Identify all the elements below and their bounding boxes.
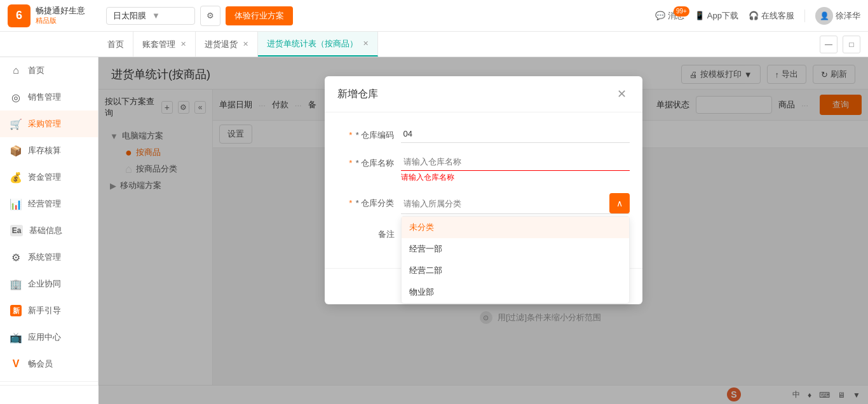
dropdown-item-1[interactable]: 经营一部 — [402, 238, 629, 260]
code-required-star: * — [349, 130, 352, 140]
category-toggle-btn[interactable]: ∧ — [609, 193, 630, 213]
sidebar: ⌂ 首页 ◎ 销售管理 🛒 采购管理 📦 库存核算 💰 资金管理 📊 经营管理 … — [0, 57, 98, 404]
name-error-text: 请输入仓库名称 — [401, 172, 630, 183]
notifications-item[interactable]: 💬 消息 99+ — [655, 10, 684, 22]
logo-icon: 6 — [8, 4, 31, 27]
tab-purchase-stats-label: 进货单统计表（按商品） — [267, 38, 358, 50]
category-input-wrap: ∧ 未分类 经营一部 经营二部 物业部 — [401, 193, 630, 214]
operation-icon: 📊 — [10, 198, 22, 210]
tab-bar-actions: — □ — [820, 36, 868, 53]
dropdown-item-0[interactable]: 未分类 — [402, 217, 629, 238]
logo-area: 6 畅捷通好生意 精品版 — [8, 4, 106, 27]
sidebar-item-sales[interactable]: ◎ 销售管理 — [0, 84, 98, 111]
modal-header: 新增仓库 ✕ — [325, 76, 642, 112]
tab-home[interactable]: 首页 — [98, 32, 133, 57]
apps-icon: 📺 — [10, 332, 22, 343]
header-right: 💬 消息 99+ 📱 App下载 🎧 在线客服 👤 徐泽华 — [655, 7, 860, 25]
settings-icon[interactable]: ⚙ — [200, 6, 220, 26]
sidebar-label-finance: 资金管理 — [28, 172, 61, 183]
user-item[interactable]: 👤 徐泽华 — [815, 7, 860, 25]
code-input[interactable] — [401, 125, 630, 143]
sidebar-item-finance[interactable]: 💰 资金管理 — [0, 164, 98, 191]
finance-icon: 💰 — [10, 172, 22, 183]
code-label: * * 仓库编码 — [337, 125, 395, 141]
form-row-code: * * 仓库编码 — [337, 125, 630, 143]
enterprise-icon: 🏢 — [10, 278, 22, 290]
message-icon: 💬 — [655, 11, 665, 20]
sidebar-item-guide[interactable]: 新 新手引导 — [0, 297, 98, 324]
sidebar-label-home: 首页 — [28, 65, 44, 76]
inventory-icon: 📦 — [10, 145, 22, 156]
logo-text: 畅捷通好生意 — [36, 6, 85, 17]
sidebar-item-apps[interactable]: 📺 应用中心 — [0, 324, 98, 351]
tab-account-label: 账套管理 — [142, 39, 175, 50]
online-service-item[interactable]: 🎧 在线客服 — [749, 10, 794, 22]
tab-home-label: 首页 — [107, 39, 124, 50]
sidebar-item-basic[interactable]: Ea 基础信息 — [0, 217, 98, 244]
tab-bar: 首页 账套管理 ✕ 进货退货 ✕ 进货单统计表（按商品） ✕ — □ — [0, 32, 868, 57]
tab-purchase-stats-close[interactable]: ✕ — [363, 39, 369, 48]
main-layout: ⌂ 首页 ◎ 销售管理 🛒 采购管理 📦 库存核算 💰 资金管理 📊 经营管理 … — [0, 57, 868, 404]
logo-sub: 精品版 — [36, 16, 85, 25]
modal-dialog: 新增仓库 ✕ * * 仓库编码 — [325, 76, 642, 304]
mobile-icon: 📱 — [695, 11, 705, 20]
vip-icon: V — [10, 358, 22, 370]
top-header: 6 畅捷通好生意 精品版 日太阳膜 ▼ ⚙ 体验行业方案 💬 消息 99+ 📱 … — [0, 0, 868, 32]
form-row-category: * * 仓库分类 ∧ 未分类 经营一部 经营二部 — [337, 193, 630, 214]
sidebar-label-sales: 销售管理 — [28, 91, 61, 103]
sidebar-label-inventory: 库存核算 — [28, 145, 61, 156]
app-download-item[interactable]: 📱 App下载 — [695, 10, 738, 22]
sidebar-label-purchase: 采购管理 — [28, 118, 61, 130]
category-input-row: ∧ — [401, 193, 630, 214]
header-divider — [804, 10, 805, 22]
store-name: 日太阳膜 — [113, 10, 149, 22]
user-avatar: 👤 — [815, 7, 833, 25]
sidebar-label-vip: 畅会员 — [28, 358, 53, 370]
note-label: 备注 — [337, 224, 395, 240]
tab-purchase-return[interactable]: 进货退货 ✕ — [196, 32, 258, 57]
app-download-label: App下载 — [707, 10, 738, 22]
store-dropdown-arrow: ▼ — [152, 11, 188, 20]
sidebar-label-enterprise: 企业协同 — [28, 278, 61, 290]
headset-icon: 🎧 — [749, 11, 759, 20]
sidebar-label-operation: 经营管理 — [28, 198, 61, 210]
window-maximize-btn[interactable]: □ — [843, 36, 860, 53]
sidebar-item-home[interactable]: ⌂ 首页 — [0, 57, 98, 84]
purchase-icon: 🛒 — [10, 118, 22, 130]
store-selector[interactable]: 日太阳膜 ▼ — [106, 7, 195, 25]
user-name: 徐泽华 — [836, 10, 860, 22]
modal-body: * * 仓库编码 * * 仓库名称 — [325, 112, 642, 268]
sidebar-item-vip[interactable]: V 畅会员 — [0, 351, 98, 377]
tab-account[interactable]: 账套管理 ✕ — [133, 32, 196, 57]
sidebar-label-apps: 应用中心 — [28, 332, 61, 343]
window-minimize-btn[interactable]: — — [820, 36, 837, 53]
sidebar-label-guide: 新手引导 — [28, 305, 61, 316]
system-icon: ⚙ — [10, 252, 22, 263]
home-icon: ⌂ — [10, 65, 22, 76]
content-area: 进货单统计(按商品) 🖨 按模板打印 ▼ ↑ 导出 ↻ 刷新 — [98, 57, 868, 404]
sidebar-item-purchase[interactable]: 🛒 采购管理 — [0, 111, 98, 137]
name-input[interactable] — [401, 153, 630, 171]
category-label: * * 仓库分类 — [337, 193, 395, 209]
online-service-label: 在线客服 — [761, 10, 794, 22]
tab-account-close[interactable]: ✕ — [180, 40, 186, 48]
category-input[interactable] — [401, 195, 609, 212]
header-middle: 日太阳膜 ▼ ⚙ 体验行业方案 — [106, 6, 655, 26]
modal-title: 新增仓库 — [337, 88, 378, 101]
modal-overlay[interactable]: 新增仓库 ✕ * * 仓库编码 — [98, 57, 868, 404]
trial-button[interactable]: 体验行业方案 — [226, 6, 293, 25]
sidebar-item-operation[interactable]: 📊 经营管理 — [0, 191, 98, 217]
form-row-name: * * 仓库名称 请输入仓库名称 — [337, 153, 630, 183]
tab-purchase-return-close[interactable]: ✕ — [243, 40, 248, 48]
sales-icon: ◎ — [10, 91, 22, 103]
sidebar-item-system[interactable]: ⚙ 系统管理 — [0, 244, 98, 271]
dropdown-item-2[interactable]: 经营二部 — [402, 260, 629, 281]
sidebar-item-enterprise[interactable]: 🏢 企业协同 — [0, 271, 98, 297]
code-input-wrap — [401, 125, 630, 143]
tab-purchase-stats[interactable]: 进货单统计表（按商品） ✕ — [258, 32, 378, 57]
modal-close-button[interactable]: ✕ — [614, 86, 630, 102]
dropdown-item-3[interactable]: 物业部 — [402, 281, 629, 303]
name-label: * * 仓库名称 — [337, 153, 395, 169]
sidebar-item-inventory[interactable]: 📦 库存核算 — [0, 137, 98, 164]
guide-icon: 新 — [10, 305, 22, 316]
